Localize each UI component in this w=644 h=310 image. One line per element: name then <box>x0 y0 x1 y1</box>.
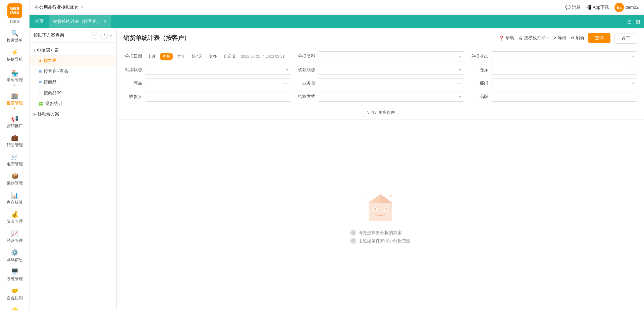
tree-group-mobile: ▶ 移动端方案 <box>30 109 116 119</box>
receiver-label: 收货人 <box>123 94 142 100</box>
goods-input[interactable]: ··· <box>145 78 291 88</box>
sidebar-item-finance[interactable]: 💰 资金管理 <box>0 208 29 227</box>
finance-icon: 💰 <box>11 211 18 218</box>
avatar: Ea <box>614 3 624 12</box>
industry-name: 办公用品行业模拟账套 <box>35 4 78 10</box>
tree-item-by-goods[interactable]: ≡ 按商品 <box>30 77 116 88</box>
brand-input[interactable]: ··· <box>491 92 637 102</box>
tree-group-mobile-header[interactable]: ▶ 移动端方案 <box>30 109 116 119</box>
date-tab-7days[interactable]: 近7天 <box>189 53 205 60</box>
scheme-header-actions: + ↺ « <box>91 32 112 39</box>
warehouse-more: ··· <box>629 67 634 72</box>
department-input[interactable]: ▾ <box>491 78 637 88</box>
table-icon-3: ≡ <box>39 90 42 96</box>
sidebar-item-search[interactable]: 🔍 搜索菜单 <box>0 27 29 46</box>
operations-icon: 📈 <box>11 230 18 237</box>
date-tab-this-year[interactable]: 本年 <box>174 53 188 60</box>
refresh-btn[interactable]: ↺ 刷新 <box>571 35 584 41</box>
print-dropdown-arrow: ▾ <box>547 36 549 40</box>
print-template-btn[interactable]: 🖨 按模板打印 ▾ <box>518 35 549 41</box>
collapse-more-btn[interactable]: ∧ 收起更多条件 <box>362 108 399 117</box>
sidebar-item-inventory[interactable]: 📊 库存核算 <box>0 189 29 208</box>
chart-icon: ▦ <box>39 101 43 106</box>
date-tab-last-month[interactable]: 上月 <box>145 53 158 60</box>
tab-sales-stat[interactable]: 销货单统计表（按客户） ✕ <box>49 15 111 28</box>
filter-area: 单据日期 上月 本月 本年 近7天 更多 自定义 2023-03-01 至 20… <box>117 47 644 106</box>
sidebar-item-wholesale[interactable]: 🏬 批发管理 ▴ <box>0 90 29 112</box>
industry-dropdown-arrow[interactable]: ▾ <box>81 5 83 9</box>
sidebar-item-retail[interactable]: 🏪 零售管理 ▾ <box>0 67 29 90</box>
payment-method-input[interactable]: ▾ <box>318 92 464 102</box>
filter-col-out: 出库状态 ▾ <box>123 65 291 75</box>
warehouse-label: 仓库 <box>470 67 488 73</box>
tree-item-return-stat[interactable]: ▦ 退货统计 <box>30 98 116 109</box>
user-profile-btn[interactable]: Ea demo2 <box>614 3 639 12</box>
warehouse-input[interactable]: ··· <box>491 65 637 75</box>
export-icon: ↗ <box>553 36 556 41</box>
enterprise-icon: 🤝 <box>11 287 18 295</box>
receiver-more: ··· <box>283 94 288 99</box>
date-tab-this-month[interactable]: 本月 <box>160 53 173 60</box>
brand-label: 品牌 <box>470 94 488 100</box>
sidebar-item-quicknav[interactable]: ⚡ 快捷导航 <box>0 46 29 65</box>
ecommerce-icon: 🛒 <box>11 153 18 161</box>
tree-group-desktop-header[interactable]: ▾ 电脑端方案 <box>30 45 116 55</box>
tab-close-btn[interactable]: ✕ <box>103 19 107 24</box>
tab-minimize-btn[interactable]: ⊟ <box>626 17 633 26</box>
topbar-left: 办公用品行业模拟账套 ▾ <box>35 4 83 10</box>
sidebar-item-operations[interactable]: 📈 经营管理 <box>0 227 29 246</box>
out-status-arrow: ▾ <box>286 68 288 72</box>
sidebar-item-purchase[interactable]: 📦 采购管理 <box>0 170 29 189</box>
filter-col-warehouse: 仓库 ··· <box>470 65 637 75</box>
svg-rect-0 <box>369 203 392 221</box>
date-tab-custom[interactable]: 自定义 <box>221 53 238 60</box>
export-btn[interactable]: ↗ 导出 <box>553 35 567 41</box>
receiver-input[interactable]: ··· <box>145 92 291 102</box>
department-label: 部门 <box>470 80 488 86</box>
payment-method-arrow: ▾ <box>459 95 461 99</box>
out-status-input[interactable]: ▾ <box>145 65 291 75</box>
empty-tip-2: 2 用过滤条件来缩小分析范围 <box>350 238 411 244</box>
goods-label: 商品 <box>123 80 142 86</box>
marketing-icon: 📢 <box>11 115 18 122</box>
tip-num-2: 2 <box>350 238 356 244</box>
tree-item-by-customer-goods[interactable]: ≡ 按客户+商品 <box>30 66 116 77</box>
report-header: 销货单统计表（按客户） ❓ 帮助 🖨 按模板打印 ▾ ↗ 导出 <box>117 28 644 47</box>
chevron-right-icon: ▶ <box>34 112 36 116</box>
sidebar-item-system[interactable]: 🖥️ 系统管理 <box>0 265 29 285</box>
sidebar-item-enterprise[interactable]: 🤝 企业协同 <box>0 285 29 304</box>
sidebar-item-sales[interactable]: 💼 销售管理 <box>0 132 29 151</box>
settings-button[interactable]: 设置 <box>614 34 637 44</box>
help-btn[interactable]: ❓ 帮助 <box>499 35 514 41</box>
tab-home[interactable]: 首页 <box>30 15 49 28</box>
filter-col-goods: 商品 ··· <box>123 78 291 88</box>
svg-point-6 <box>374 208 376 210</box>
date-tab-more[interactable]: 更多 <box>206 53 220 60</box>
sidebar-item-marketing[interactable]: 📢 营销推广 <box>0 112 29 132</box>
payment-status-input[interactable]: ▾ <box>318 65 464 75</box>
system-icon: 🖥️ <box>11 268 18 275</box>
report-actions: ❓ 帮助 🖨 按模板打印 ▾ ↗ 导出 ↺ 刷新 <box>499 32 637 44</box>
bill-status-label: 单据状态 <box>470 53 488 59</box>
messages-btn[interactable]: 💬 消息 <box>565 4 581 10</box>
query-button[interactable]: 查询 <box>588 33 610 43</box>
sidebar-item-newbie[interactable]: 🌟 新手引导 <box>0 304 29 310</box>
salesperson-input[interactable]: ··· <box>318 78 464 88</box>
filter-col-brand: 品牌 ··· <box>470 92 637 102</box>
app-download-btn[interactable]: 📲 App下载 <box>586 4 609 10</box>
bill-type-input[interactable]: ▾ <box>318 51 464 61</box>
sidebar-item-basic[interactable]: ⚙️ 基础信息 <box>0 246 29 265</box>
bill-date-label: 单据日期 <box>123 53 142 59</box>
bill-status-arrow: ▾ <box>632 54 634 59</box>
help-icon: ❓ <box>499 36 504 41</box>
filter-row-3: 商品 ··· 业务员 ··· 部门 <box>123 78 637 88</box>
sidebar-item-ecommerce[interactable]: 🛒 电商管理 <box>0 151 29 170</box>
tree-item-by-customer[interactable]: ● 按客户 <box>30 55 116 66</box>
tab-maximize-btn[interactable]: ⊞ <box>634 17 641 26</box>
scheme-refresh-btn[interactable]: ↺ <box>100 32 108 39</box>
empty-illustration: ✦ ✦ ✦ <box>360 184 400 224</box>
bill-status-input[interactable]: ▾ <box>491 51 637 61</box>
scheme-add-btn[interactable]: + <box>91 32 98 39</box>
scheme-collapse-btn[interactable]: « <box>110 33 112 38</box>
tree-item-by-goods-99[interactable]: ≡ 按商品99 <box>30 88 116 98</box>
